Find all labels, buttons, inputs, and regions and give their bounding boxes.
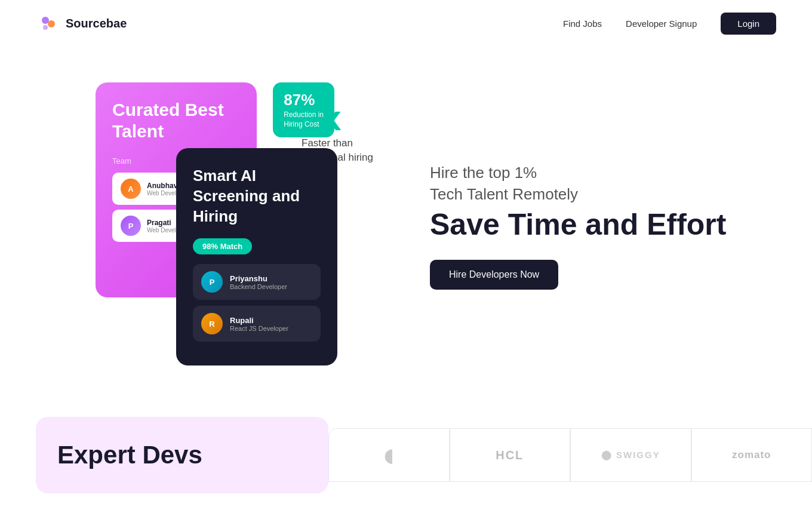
cand-role-2: React JS Developer [230, 325, 288, 332]
svg-point-1 [42, 17, 49, 24]
expert-devs-card: Expert Devs [36, 417, 328, 493]
avatar-pragati: P [121, 216, 141, 236]
hero-cards-area: Curated Best Talent Team A Anubhav Web D… [36, 82, 382, 369]
ai-screening-title: Smart AI Screening and Hiring [193, 166, 321, 226]
match-badge: 98% Match [193, 238, 252, 254]
hire-developers-button[interactable]: Hire Developers Now [430, 260, 558, 290]
curated-talent-title: Curated Best Talent [112, 99, 240, 142]
login-button[interactable]: Login [721, 13, 776, 35]
candidate-priyanshu: P Priyanshu Backend Developer [193, 264, 321, 300]
hero-section: Curated Best Talent Team A Anubhav Web D… [0, 47, 812, 417]
ai-screening-card: Smart AI Screening and Hiring 98% Match … [176, 148, 337, 365]
cand-role-1: Backend Developer [230, 283, 287, 290]
bottom-section: Expert Devs ◖ HCL ⬤ SWIGGY zomato [0, 417, 812, 493]
svg-point-2 [48, 20, 55, 27]
logo-persistent: ◖ [328, 428, 450, 482]
expert-devs-title: Expert Devs [57, 441, 307, 469]
persistent-logo-icon: ◖ [384, 444, 394, 466]
avatar-priyanshu: P [201, 271, 223, 293]
hero-title: Save Time and Effort [430, 208, 776, 242]
svg-point-3 [43, 25, 48, 30]
cand-name-2: Rupali [230, 316, 288, 325]
zomato-logo-text: zomato [732, 449, 771, 461]
hero-text-area: Hire the top 1% Tech Talent Remotely Sav… [382, 162, 776, 290]
candidate-rupali: R Rupali React JS Developer [193, 306, 321, 342]
badge-description: Reduction in Hiring Cost [284, 110, 324, 129]
avatar-rupali: R [201, 313, 223, 334]
cand-name-1: Priyanshu [230, 274, 287, 283]
badge-percent: 87% [284, 91, 324, 109]
hero-subtitle: Hire the top 1% Tech Talent Remotely [430, 162, 776, 205]
hcl-logo-text: HCL [496, 449, 524, 462]
navbar: Sourcebae Find Jobs Developer Signup Log… [0, 0, 812, 47]
logo-hcl: HCL [450, 428, 571, 482]
company-logos-area: ◖ HCL ⬤ SWIGGY zomato [328, 417, 812, 493]
avatar-anubhav: A [121, 179, 141, 199]
logo-swiggy: ⬤ SWIGGY [570, 428, 691, 482]
logo-zomato: zomato [691, 428, 813, 482]
find-jobs-link[interactable]: Find Jobs [563, 19, 602, 29]
developer-signup-link[interactable]: Developer Signup [626, 19, 697, 29]
hiring-cost-badge: 87% Reduction in Hiring Cost [273, 82, 334, 137]
logo-text: Sourcebae [66, 17, 127, 30]
nav-links: Find Jobs Developer Signup Login [563, 13, 776, 35]
logo[interactable]: Sourcebae [36, 11, 127, 36]
swiggy-logo-text: ⬤ SWIGGY [601, 450, 660, 460]
